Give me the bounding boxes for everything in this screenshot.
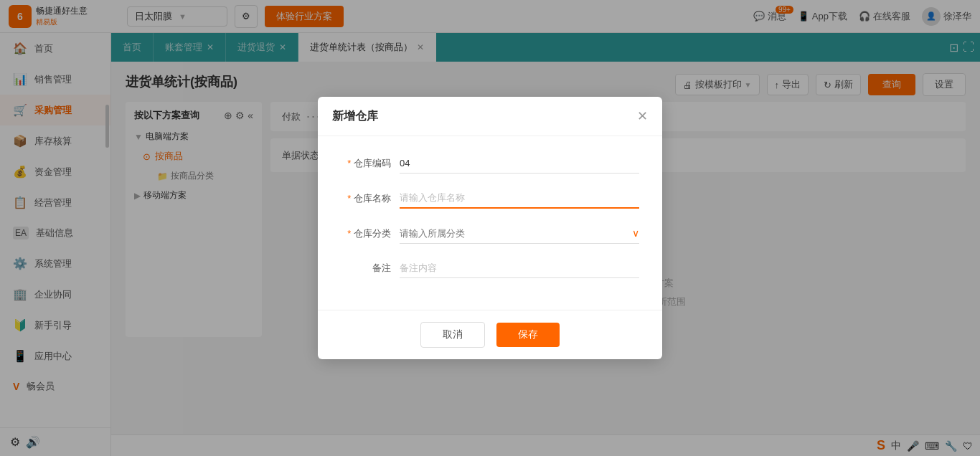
dialog-header: 新增仓库 ✕ [318,97,662,136]
category-input[interactable] [400,228,632,239]
form-row-category: 仓库分类 ∨ [341,223,639,244]
dialog-footer: 取消 保存 [318,310,662,359]
remark-input[interactable] [400,258,639,278]
dialog-close-button[interactable]: ✕ [637,108,648,124]
category-select[interactable]: ∨ [400,223,639,244]
name-input[interactable] [400,188,639,209]
category-label: 仓库分类 [341,227,391,240]
cancel-button[interactable]: 取消 [420,322,485,348]
modal-overlay: 新增仓库 ✕ 仓库编码 仓库名称 仓库分类 ∨ [0,0,980,456]
dialog-title: 新增仓库 [332,109,378,124]
category-dropdown-icon: ∨ [632,227,639,239]
form-row-code: 仓库编码 [341,153,639,174]
name-label: 仓库名称 [341,192,391,205]
form-row-remark: 备注 [341,258,639,278]
save-button[interactable]: 保存 [496,323,560,347]
remark-label: 备注 [341,262,391,275]
new-warehouse-dialog: 新增仓库 ✕ 仓库编码 仓库名称 仓库分类 ∨ [318,97,662,359]
form-row-name: 仓库名称 [341,188,639,209]
code-label: 仓库编码 [341,157,391,170]
dialog-body: 仓库编码 仓库名称 仓库分类 ∨ 备注 [318,136,662,310]
code-input[interactable] [400,153,639,174]
